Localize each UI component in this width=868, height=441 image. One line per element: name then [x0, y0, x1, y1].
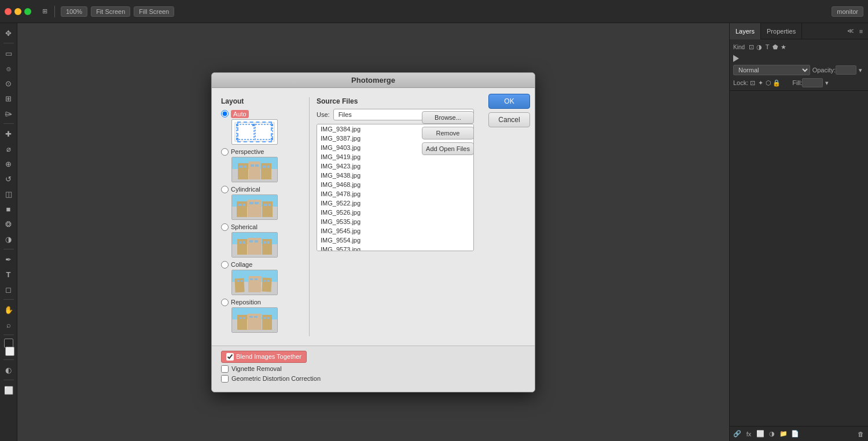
remove-button[interactable]: Remove — [422, 127, 474, 139]
lock-position-icon[interactable]: ✦ — [756, 79, 764, 87]
svg-rect-25 — [242, 204, 245, 206]
gradient-tool[interactable]: ■ — [2, 203, 15, 215]
lasso-tool[interactable]: ⌾ — [2, 62, 15, 75]
filter-adj-icon[interactable]: ◑ — [755, 43, 763, 51]
minimize-button[interactable] — [14, 8, 21, 15]
cylindrical-radio-row: Cylindrical — [221, 186, 260, 193]
svg-rect-15 — [251, 164, 254, 167]
link-layers-icon[interactable]: 🔗 — [733, 430, 741, 438]
file-item[interactable]: IMG_9573.jpg — [317, 245, 473, 251]
path-tool[interactable]: ◻ — [2, 283, 15, 296]
collage-radio[interactable] — [221, 261, 229, 269]
quick-select-tool[interactable]: ⊙ — [2, 77, 15, 90]
brush-tool[interactable]: ⌀ — [2, 142, 15, 155]
layers-tab[interactable]: Layers — [730, 23, 761, 39]
tool-separator-2 — [3, 123, 14, 124]
spherical-label[interactable]: Spherical — [231, 223, 258, 230]
blur-tool[interactable]: ❂ — [2, 218, 15, 230]
delete-layer-icon[interactable]: 🗑 — [856, 430, 865, 438]
zoom-tool[interactable]: ⌕ — [2, 318, 15, 331]
file-item[interactable]: IMG_9554.jpg — [317, 236, 473, 245]
blend-mode-select[interactable]: Normal — [733, 65, 810, 75]
svg-rect-26 — [249, 202, 253, 204]
screen-mode-tool[interactable]: ⬜ — [2, 384, 15, 396]
filter-smart-icon[interactable]: ★ — [779, 43, 788, 51]
marquee-tool[interactable]: ▭ — [2, 47, 15, 60]
panel-collapse-icon[interactable]: ≪ — [846, 27, 855, 36]
file-item[interactable]: IMG_9438.jpg — [317, 171, 473, 180]
blend-images-checkbox[interactable] — [226, 353, 234, 361]
panel-menu-icon[interactable]: ≡ — [856, 27, 866, 36]
lock-artboard-icon[interactable]: ⬡ — [764, 79, 773, 87]
file-item[interactable]: IMG_9522.jpg — [317, 199, 473, 208]
auto-radio[interactable] — [221, 110, 229, 117]
geometric-row: Geometric Distortion Correction — [221, 375, 525, 383]
hand-tool[interactable]: ✋ — [2, 303, 15, 316]
svg-rect-45 — [262, 277, 271, 292]
maximize-button[interactable] — [24, 8, 31, 15]
vignette-checkbox[interactable] — [221, 365, 229, 373]
svg-rect-46 — [237, 280, 239, 282]
dialog-footer: Blend Images Together Vignette Removal G… — [212, 346, 535, 392]
add-mask-icon[interactable]: ⬜ — [756, 430, 764, 438]
collage-label[interactable]: Collage — [231, 261, 252, 268]
perspective-label[interactable]: Perspective — [231, 148, 264, 155]
layout-section: Layout Auto — [221, 97, 302, 336]
history-brush-tool[interactable]: ↺ — [2, 172, 15, 185]
properties-tab[interactable]: Properties — [761, 23, 802, 39]
file-item[interactable]: IMG_9535.jpg — [317, 217, 473, 226]
opacity-input[interactable] — [836, 65, 856, 75]
close-button[interactable] — [5, 8, 12, 15]
svg-rect-62 — [267, 317, 270, 319]
blend-images-label[interactable]: Blend Images Together — [221, 351, 307, 363]
heal-tool[interactable]: ✚ — [2, 127, 15, 140]
quick-mask-tool[interactable]: ◐ — [2, 363, 15, 376]
fill-screen-button[interactable]: Fill Screen — [134, 6, 174, 17]
vignette-label[interactable]: Vignette Removal — [231, 365, 282, 372]
new-layer-icon[interactable]: 📄 — [791, 430, 799, 438]
file-item[interactable]: IMG_9478.jpg — [317, 189, 473, 199]
filter-shape-icon[interactable]: ⬟ — [771, 43, 779, 51]
group-layers-icon[interactable]: 📁 — [779, 430, 788, 438]
fill-input[interactable] — [802, 78, 823, 87]
perspective-radio-row: Perspective — [221, 148, 264, 156]
move-tool[interactable]: ✥ — [2, 27, 15, 39]
auto-label[interactable]: Auto — [231, 110, 249, 118]
crop-tool[interactable]: ⊞ — [2, 92, 15, 105]
cylindrical-radio[interactable] — [221, 186, 229, 193]
add-open-files-button[interactable]: Add Open Files — [422, 142, 474, 155]
reposition-radio[interactable] — [221, 299, 229, 306]
eyedropper-tool[interactable]: ⌲ — [2, 107, 15, 120]
cylindrical-label[interactable]: Cylindrical — [231, 186, 260, 193]
filter-type-icon[interactable]: T — [763, 43, 771, 51]
ok-button[interactable]: OK — [488, 94, 530, 109]
background-color[interactable] — [5, 347, 14, 356]
file-item[interactable]: IMG_9468.jpg — [317, 180, 473, 189]
spherical-radio[interactable] — [221, 223, 229, 231]
eraser-tool[interactable]: ◫ — [2, 188, 15, 200]
lock-all-icon[interactable]: 🔒 — [773, 79, 781, 87]
clone-tool[interactable]: ⊕ — [2, 157, 15, 170]
geometric-checkbox[interactable] — [221, 375, 229, 383]
add-style-icon[interactable]: fx — [745, 430, 753, 438]
pen-tool[interactable]: ✒ — [2, 253, 15, 266]
filter-pixel-icon[interactable]: ⊡ — [747, 43, 755, 51]
lock-pixel-icon[interactable]: ⊡ — [748, 79, 756, 87]
browse-button[interactable]: Browse... — [422, 111, 474, 124]
file-item[interactable]: IMG_9545.jpg — [317, 226, 473, 236]
perspective-radio[interactable] — [221, 148, 229, 156]
monitor-selector[interactable]: monitor — [832, 6, 863, 17]
dialog-title: Photomerge — [351, 76, 395, 84]
reposition-label[interactable]: Reposition — [231, 299, 261, 306]
cancel-button[interactable]: Cancel — [488, 112, 530, 127]
file-item[interactable]: IMG_9526.jpg — [317, 208, 473, 217]
fit-screen-button[interactable]: Fit Screen — [91, 6, 130, 17]
play-button[interactable] — [733, 55, 739, 62]
zoom-level[interactable]: 100% — [61, 6, 87, 17]
adjustment-icon[interactable]: ◑ — [768, 430, 776, 438]
geometric-label[interactable]: Geometric Distortion Correction — [231, 375, 321, 382]
type-tool[interactable]: T — [2, 268, 15, 281]
tool-separator-3 — [3, 249, 14, 249]
file-item[interactable]: IMG_9423.jpg — [317, 161, 473, 171]
dodge-tool[interactable]: ◑ — [2, 233, 15, 245]
